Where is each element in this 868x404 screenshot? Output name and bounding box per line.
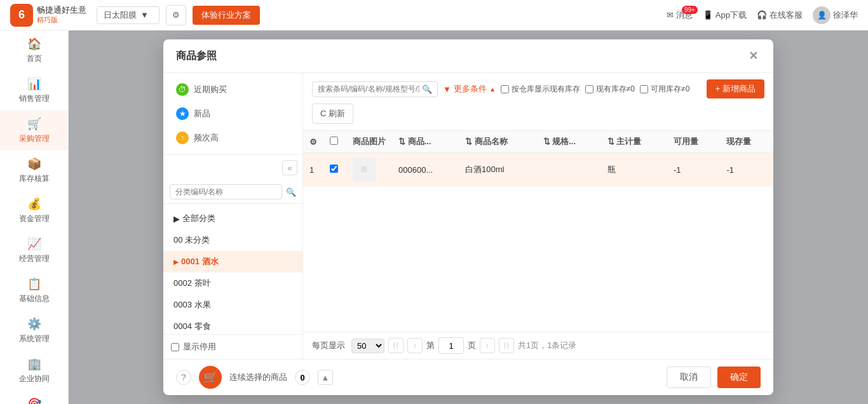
recent-purchase-filter[interactable]: ⏱ 近期购买 [171,79,295,100]
product-search-input[interactable] [318,84,419,93]
warehouse-checkbox[interactable] [501,85,509,93]
category-snacks[interactable]: 0004 零食 [163,316,302,334]
finance-icon: 💰 [27,197,41,211]
row-name: 白酒100ml [459,153,537,187]
category-uncategorized[interactable]: 00 未分类 [163,229,302,251]
page-size-select[interactable]: 20 50 100 [351,339,384,353]
product-table-wrapper: ⚙ 商品图片 [303,131,773,332]
row-checkbox[interactable] [330,165,338,173]
app-download-button[interactable]: 📱 App下载 [703,10,747,21]
category-fruit[interactable]: 0003 水果 [163,294,302,316]
stock-nonzero-filter[interactable]: 现有库存≠0 [585,84,635,95]
logo-icon: 6 [10,4,33,27]
sidebar-item-basic-info[interactable]: 📋 基础信息 [0,271,68,311]
show-disabled-checkbox[interactable] [171,343,179,351]
frequent-filter[interactable]: ↑ 频次高 [171,128,295,148]
sort-icon: ⇅ [465,137,472,146]
category-all[interactable]: ▶ 全部分类 [163,208,302,229]
page-number-input[interactable] [438,337,464,354]
sidebar-item-finance[interactable]: 💰 资金管理 [0,191,68,231]
online-service-button[interactable]: 🎧 在线客服 [757,10,803,21]
row-available: -1 [667,153,721,187]
add-product-button[interactable]: + 新增商品 [707,79,764,98]
warehouse-filter[interactable]: 按仓库显示现有库存 [501,84,580,95]
row-stock: -1 [720,153,773,187]
category-search-section: 🔍 [163,180,302,204]
row-checkbox-cell [323,153,346,187]
freq-icon: ↑ [176,131,189,144]
product-table: ⚙ 商品图片 [303,131,773,187]
th-code[interactable]: ⇅ 商品... [392,131,459,153]
category-search-input[interactable] [170,184,282,199]
available-nonzero-checkbox[interactable] [640,85,648,93]
table-settings-icon[interactable]: ⚙ [309,137,317,147]
refresh-button[interactable]: C 刷新 [312,104,353,124]
expand-selected-button[interactable]: ▲ [318,370,333,385]
sidebar-item-inventory[interactable]: 📦 库存核算 [0,151,68,191]
prev-page-button[interactable]: ‹ [407,338,423,353]
store-dropdown[interactable]: 日太阳膜 ▼ [97,6,159,24]
experience-button[interactable]: 体验行业方案 [193,6,260,25]
pagination-bar: 每页显示 20 50 100 ⟨⟨ ‹ 第 页 › [303,332,773,359]
modal-left-panel: ⏱ 近期购买 ★ 新品 ↑ 频次高 « [163,73,303,359]
next-page-button[interactable]: › [480,338,495,353]
product-search-icon[interactable]: 🔍 [422,84,432,94]
confirm-button[interactable]: 确定 [717,367,761,388]
th-stock: 现存量 [720,131,773,153]
sort-icon: ⇅ [398,137,405,146]
select-all-checkbox[interactable] [330,137,338,145]
th-name[interactable]: ⇅ 商品名称 [459,131,537,153]
top-right-actions: ✉ 消息 99+ 📱 App下载 🎧 在线客服 👤 徐泽华 [667,6,858,24]
category-tea[interactable]: 0002 茶叶 [163,273,302,294]
quick-filters-section: ⏱ 近期购买 ★ 新品 ↑ 频次高 [163,73,302,155]
sidebar-item-enterprise[interactable]: 🏢 企业协同 [0,351,68,391]
chevron-up-icon: ▲ [489,86,496,93]
close-button[interactable]: ✕ [745,48,761,64]
sidebar-item-guide[interactable]: 🎯 新手引导 [0,391,68,404]
available-nonzero-filter[interactable]: 可用库存≠0 [640,84,689,95]
cancel-button[interactable]: 取消 [667,367,711,388]
more-filters-button[interactable]: ▼ 更多条件 ▲ [443,83,496,95]
basic-info-icon: 📋 [27,277,41,291]
help-button[interactable]: ? [176,370,191,385]
th-checkbox [323,131,346,153]
last-page-button[interactable]: ⟩⟩ [499,338,514,353]
logo-area: 6 畅捷通好生意 精巧版 [10,4,86,27]
stock-nonzero-checkbox[interactable] [585,85,593,93]
settings-icon[interactable]: ⚙ [166,5,186,25]
sidebar: 🏠 首页 📊 销售管理 🛒 采购管理 📦 库存核算 💰 资金管理 📈 经营管理 … [0,30,69,404]
main-layout: 🏠 首页 📊 销售管理 🛒 采购管理 📦 库存核算 💰 资金管理 📈 经营管理 … [0,30,868,404]
show-disabled-label[interactable]: 显示停用 [171,341,295,353]
category-list: ▶ 全部分类 00 未分类 ▶ 0001 酒水 0002 茶 [163,204,302,334]
th-settings: ⚙ [303,131,323,153]
modal-right-panel: 🔍 ▼ 更多条件 ▲ 按仓库显示现有库存 [303,73,773,359]
table-header-row: ⚙ 商品图片 [303,131,773,153]
sales-icon: 📊 [27,77,41,91]
modal-overlay: 商品参照 ✕ ⏱ 近期购买 ★ 新品 [69,30,868,404]
user-profile[interactable]: 👤 徐泽华 [813,6,858,24]
category-liquor[interactable]: ▶ 0001 酒水 [163,251,302,273]
headset-icon: 🎧 [757,10,767,20]
first-page-button[interactable]: ⟨⟨ [388,338,403,353]
sidebar-item-home[interactable]: 🏠 首页 [0,30,68,71]
sidebar-item-operations[interactable]: 📈 经营管理 [0,231,68,271]
row-code: 000600... [392,153,459,187]
category-search-icon[interactable]: 🔍 [286,187,296,197]
footer-action-buttons: 取消 确定 [667,367,761,388]
modal-footer: ? 🛒 连续选择的商品 0 ▲ 取消 确定 [163,359,773,395]
inventory-icon: 📦 [27,157,41,171]
collapse-button[interactable]: « [282,160,297,175]
new-product-filter[interactable]: ★ 新品 [171,104,295,124]
cart-button[interactable]: 🛒 [199,366,222,389]
table-row[interactable]: 1 图 000600... 白酒100ml [303,153,773,187]
row-unit: 瓶 [601,153,667,187]
message-button[interactable]: ✉ 消息 99+ [667,10,693,21]
sidebar-item-purchase[interactable]: 🛒 采购管理 [0,111,68,151]
sidebar-item-system[interactable]: ⚙️ 系统管理 [0,311,68,351]
row-index: 1 [303,153,323,187]
th-unit[interactable]: ⇅ 主计量 [601,131,667,153]
product-search-box: 🔍 [312,81,438,97]
th-spec[interactable]: ⇅ 规格... [537,131,601,153]
sidebar-item-sales[interactable]: 📊 销售管理 [0,71,68,111]
selected-label: 连续选择的商品 [229,372,287,383]
